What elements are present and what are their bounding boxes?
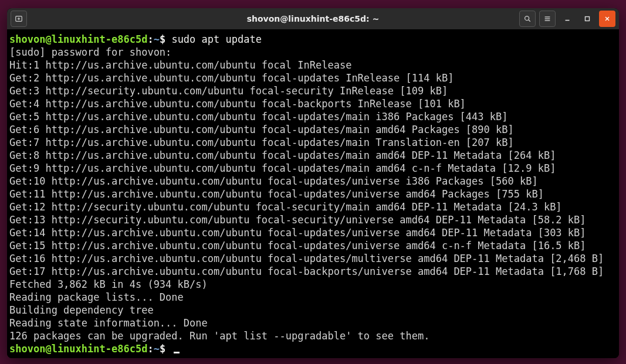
output-line: Get:17 http://us.archive.ubuntu.com/ubun… [9,266,604,277]
output-line: Get:14 http://us.archive.ubuntu.com/ubun… [9,227,586,239]
minimize-icon [563,15,571,23]
search-button[interactable] [519,11,536,27]
prompt-user-host: shovon@linuxhint-e86c5d [9,33,147,45]
svg-point-3 [525,16,529,21]
hamburger-menu-icon [543,15,551,23]
output-line: Get:5 http://us.archive.ubuntu.com/ubunt… [9,111,508,123]
prompt-cwd: ~ [154,343,160,355]
minimize-button[interactable] [559,11,576,27]
titlebar: shovon@linuxhint-e86c5d: ~ [7,8,619,29]
prompt-user-host: shovon@linuxhint-e86c5d [9,343,147,355]
menu-button[interactable] [539,11,556,27]
output-line: Get:7 http://us.archive.ubuntu.com/ubunt… [9,137,514,148]
output-line: Get:6 http://us.archive.ubuntu.com/ubunt… [9,124,514,135]
svg-line-4 [529,20,530,22]
output-line: Get:4 http://us.archive.ubuntu.com/ubunt… [9,98,466,110]
search-icon [523,15,532,23]
terminal-area[interactable]: shovon@linuxhint-e86c5d:~$ sudo apt upda… [7,29,619,358]
output-line: Get:13 http://security.ubuntu.com/ubuntu… [9,214,586,226]
prompt-dollar: $ [160,343,171,355]
prompt-cwd: ~ [154,33,160,45]
output-line: Reading state information... Done [9,317,208,329]
output-line: Fetched 3,862 kB in 4s (934 kB/s) [9,278,208,290]
command-text: sudo apt update [171,33,262,45]
cursor [174,352,180,353]
output-line: Reading package lists... Done [9,291,184,303]
output-line: Get:2 http://us.archive.ubuntu.com/ubunt… [9,72,454,84]
terminal-window: shovon@linuxhint-e86c5d: ~ [7,8,619,358]
maximize-button[interactable] [579,11,595,27]
output-line: Get:8 http://us.archive.ubuntu.com/ubunt… [9,149,556,161]
prompt-dollar: $ [160,33,171,45]
output-line: Get:3 http://security.ubuntu.com/ubuntu … [9,85,448,97]
output-line: 126 packages can be upgraded. Run 'apt l… [9,330,429,342]
output-line: [sudo] password for shovon: [9,46,171,58]
close-button[interactable] [599,11,615,27]
prompt-colon: : [147,343,153,355]
output-line: Hit:1 http://us.archive.ubuntu.com/ubunt… [9,59,351,71]
output-line: Get:10 http://us.archive.ubuntu.com/ubun… [9,175,538,187]
output-line: Get:9 http://us.archive.ubuntu.com/ubunt… [9,162,556,174]
new-tab-icon [15,15,23,23]
output-line: Get:15 http://us.archive.ubuntu.com/ubun… [9,240,586,251]
output-line: Get:11 http://us.archive.ubuntu.com/ubun… [9,188,544,200]
close-icon [604,15,611,22]
svg-rect-9 [586,17,590,21]
maximize-icon [583,15,591,23]
output-line: Building dependency tree [9,304,154,316]
output-line: Get:12 http://security.ubuntu.com/ubuntu… [9,201,562,213]
output-line: Get:16 http://us.archive.ubuntu.com/ubun… [9,253,604,264]
prompt-colon: : [147,33,153,45]
new-tab-button[interactable] [11,11,27,27]
